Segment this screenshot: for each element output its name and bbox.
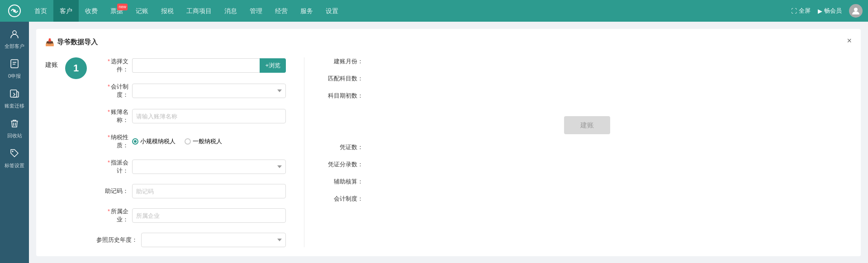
panel-title: 📥 导爷数据导入: [45, 38, 852, 47]
migration-icon: [9, 89, 19, 101]
nav-manage[interactable]: 管理: [243, 0, 269, 22]
browse-button[interactable]: +浏览: [260, 58, 286, 73]
step-circle: 1: [65, 57, 87, 79]
customer-icon: [9, 29, 19, 41]
nav-customer[interactable]: 客户: [53, 0, 79, 22]
avatar[interactable]: [849, 4, 863, 18]
aux-accounting-row: 辅助核算：: [323, 178, 852, 186]
logo: [5, 2, 24, 20]
file-label: *选择文件：: [96, 57, 132, 74]
match-subjects-label: 匹配科目数：: [323, 75, 363, 83]
nav-message[interactable]: 消息: [218, 0, 243, 22]
accountant-label: *指派会计：: [96, 159, 132, 175]
import-panel: 📥 导爷数据导入 × 建账 1 *选择文件：: [36, 29, 861, 256]
top-navigation: 首页 客户 收费 票据 new 记账 报税 工商项目 消息 管理 经营 服务 设…: [0, 0, 868, 22]
nav-fee[interactable]: 收费: [79, 0, 104, 22]
member-icon: ▶: [818, 8, 822, 14]
member-button[interactable]: ▶ 畅会员: [818, 7, 842, 15]
form-left: *选择文件： +浏览 *会计制度：: [96, 57, 286, 247]
radio-dot-selected: [132, 138, 138, 145]
svg-point-3: [13, 31, 16, 34]
radio-small-scale[interactable]: 小规模纳税人: [132, 137, 175, 146]
subject-initial-row: 科目期初数：: [323, 92, 852, 100]
fullscreen-button[interactable]: ⛶ 全屏: [791, 7, 811, 15]
radio-general[interactable]: 一般纳税人: [185, 137, 222, 146]
accountant-select[interactable]: [132, 160, 286, 174]
form-container: 建账 1 *选择文件： +浏览: [45, 57, 852, 247]
history-year-select[interactable]: [141, 233, 286, 247]
sidebar-item-recycle[interactable]: 回收站: [0, 115, 29, 143]
step-label: 建账: [45, 61, 58, 69]
company-row: *所属企业：: [96, 207, 286, 224]
nav-operation[interactable]: 经营: [269, 0, 294, 22]
import-icon: 📥: [45, 38, 54, 47]
voucher-count-row: 凭证数：: [323, 143, 852, 151]
accounting-system-label: *会计制度：: [96, 83, 132, 99]
new-badge: new: [117, 4, 128, 10]
svg-rect-4: [11, 60, 18, 68]
sidebar-label-recycle: 回收站: [7, 132, 22, 139]
match-subjects-row: 匹配科目数：: [323, 75, 852, 83]
svg-point-8: [12, 151, 14, 152]
accounting-system-row: *会计制度：: [96, 83, 286, 99]
right-info-column: 建账月份： 匹配科目数： 科目期初数： 建账: [323, 57, 852, 203]
trash-icon: [9, 118, 19, 131]
fullscreen-icon: ⛶: [791, 8, 797, 14]
sidebar-label-migration: 账套迁移: [5, 103, 24, 109]
svg-point-1: [13, 9, 16, 12]
voucher-count-label: 凭证数：: [323, 143, 363, 151]
main-content: 📥 导爷数据导入 × 建账 1 *选择文件：: [29, 22, 868, 263]
sidebar-item-migration[interactable]: 账套迁移: [0, 85, 29, 113]
sidebar-label-tags: 标签设置: [5, 162, 24, 169]
history-year-label: 参照历史年度：: [96, 236, 141, 244]
sidebar-label-customers: 全部客户: [5, 43, 24, 50]
file-row: *选择文件： +浏览: [96, 57, 286, 74]
fullscreen-label: 全屏: [799, 7, 811, 15]
nav-business[interactable]: 工商项目: [180, 0, 218, 22]
sidebar-label-declaration: 0申报: [8, 73, 21, 80]
build-button-wrapper: 建账: [323, 109, 852, 134]
sidebar: 全部客户 0申报 账套迁移 回收站: [0, 22, 29, 263]
ledger-name-input[interactable]: [132, 109, 286, 123]
right-accounting-system-label: 会计制度：: [323, 195, 363, 203]
form-divider: [304, 57, 304, 247]
sidebar-item-tags[interactable]: 标签设置: [0, 145, 29, 173]
close-button[interactable]: ×: [847, 36, 852, 46]
form-right: 建账月份： 匹配科目数： 科目期初数： 建账: [323, 57, 852, 247]
nav-right: ⛶ 全屏 ▶ 畅会员: [791, 4, 863, 18]
tax-type-radio-group: 小规模纳税人 一般纳税人: [132, 137, 222, 146]
file-input[interactable]: [132, 58, 260, 73]
build-month-label: 建账月份：: [323, 57, 363, 66]
nav-service[interactable]: 服务: [294, 0, 319, 22]
aux-accounting-label: 辅助核算：: [323, 178, 363, 186]
memo-code-input[interactable]: [132, 184, 286, 198]
tax-type-row: *纳税性质： 小规模纳税人 一般纳税人: [96, 133, 286, 150]
voucher-records-label: 凭证分录数：: [323, 160, 363, 169]
accountant-row: *指派会计：: [96, 159, 286, 175]
subject-initial-label: 科目期初数：: [323, 92, 363, 100]
tax-type-label: *纳税性质：: [96, 133, 132, 150]
voucher-records-row: 凭证分录数：: [323, 160, 852, 169]
sidebar-item-declaration[interactable]: 0申报: [0, 55, 29, 83]
nav-home[interactable]: 首页: [28, 0, 53, 22]
accounting-system-select[interactable]: [132, 84, 286, 98]
memo-code-label: 助记码：: [96, 187, 132, 195]
nav-menu: 首页 客户 收费 票据 new 记账 报税 工商项目 消息 管理 经营 服务 设…: [28, 0, 791, 22]
build-button[interactable]: 建账: [564, 116, 610, 134]
history-year-row: 参照历史年度：: [96, 233, 286, 247]
tag-icon: [9, 148, 19, 160]
radio-dot-unselected: [185, 138, 191, 145]
company-input[interactable]: [132, 208, 286, 223]
step-section: 建账 1: [45, 57, 96, 247]
sidebar-item-all-customers[interactable]: 全部客户: [0, 25, 29, 53]
company-label: *所属企业：: [96, 207, 132, 224]
memo-code-row: 助记码：: [96, 184, 286, 198]
nav-settings[interactable]: 设置: [319, 0, 345, 22]
svg-point-2: [854, 8, 858, 11]
ledger-name-row: *账簿名称：: [96, 108, 286, 124]
nav-ticket[interactable]: 票据 new: [104, 0, 129, 22]
declaration-icon: [9, 59, 19, 71]
ledger-name-label: *账簿名称：: [96, 108, 132, 124]
nav-accounting[interactable]: 记账: [129, 0, 155, 22]
nav-tax[interactable]: 报税: [155, 0, 180, 22]
